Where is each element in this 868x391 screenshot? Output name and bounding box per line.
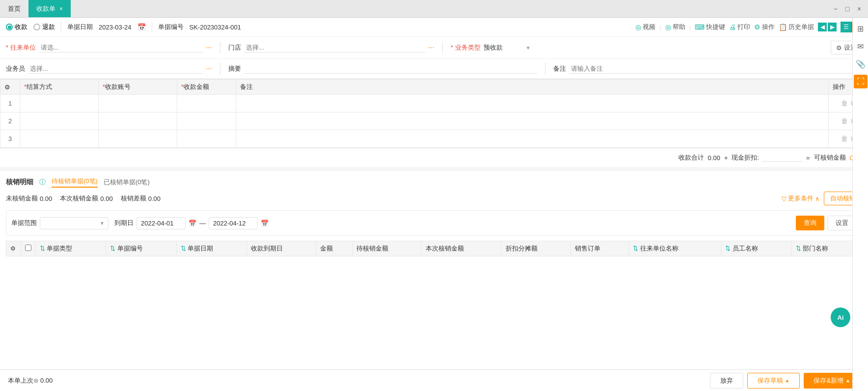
print-btn[interactable]: 🖨 打印: [729, 23, 750, 31]
row-2-remark[interactable]: [236, 112, 829, 130]
minimize-button[interactable]: −: [831, 4, 841, 14]
operation-btn[interactable]: ⚙ 操作: [754, 23, 775, 31]
row-3-amount[interactable]: [177, 130, 236, 148]
done-tab[interactable]: 已核销单据(0笔): [104, 178, 150, 187]
number-value[interactable]: SK-20230324-001: [190, 24, 242, 31]
detail-col-settings[interactable]: ⚙: [6, 241, 21, 256]
row-2-payment[interactable]: [20, 112, 99, 130]
staff-more-icon[interactable]: ···: [206, 64, 212, 73]
current-value: 0.00: [100, 195, 112, 202]
sidebar-clip-icon[interactable]: 📎: [854, 57, 868, 71]
calendar-icon[interactable]: 📅: [137, 23, 146, 31]
detail-col-checkbox[interactable]: [21, 241, 36, 256]
discount-input[interactable]: [763, 154, 802, 162]
select-all-checkbox[interactable]: [25, 245, 31, 251]
row-2-num: 2: [0, 112, 20, 130]
help-btn[interactable]: ◎ 帮助: [665, 23, 685, 31]
sidebar-mail-icon[interactable]: ✉: [854, 39, 868, 53]
remark-input[interactable]: [569, 64, 862, 74]
row-1-remark[interactable]: [236, 95, 829, 112]
col-account-header: *收款账号: [99, 80, 177, 95]
date-value[interactable]: 2023-03-24: [99, 24, 132, 31]
save-new-button[interactable]: 保存&新增 ▲: [804, 373, 860, 389]
row-1-account[interactable]: [99, 95, 177, 112]
fields-row-2: 业务员 ··· 摘要 备注: [0, 59, 868, 79]
save-new-label: 保存&新增: [814, 376, 843, 385]
row-3-payment[interactable]: [20, 130, 99, 148]
writeoff-info-icon[interactable]: ⓘ: [39, 178, 46, 187]
store-more-icon[interactable]: ···: [428, 43, 434, 52]
detail-col-amount: 金额: [316, 241, 352, 256]
row-2-account[interactable]: [99, 112, 177, 130]
detail-col-no: ⇅ 单据编号: [106, 241, 176, 256]
operation-label: 操作: [762, 23, 775, 31]
row-2-delete-icon[interactable]: 🗑: [841, 117, 848, 125]
operation-icon: ⚙: [754, 23, 760, 31]
shortcut-btn[interactable]: ⌨ 快捷键: [695, 23, 725, 31]
discard-button[interactable]: 放弃: [710, 373, 743, 389]
date-from-input[interactable]: [136, 217, 186, 229]
date-to-icon[interactable]: 📅: [261, 220, 269, 227]
biz-type-arrow[interactable]: ▼: [526, 45, 531, 51]
row-1-amount[interactable]: [177, 95, 236, 112]
tab-home[interactable]: 首页: [0, 0, 28, 17]
order-value: 0.00: [40, 377, 53, 384]
writeoff-header: 核销明细 ⓘ 待核销单据(0笔) 已核销单据(0笔): [6, 177, 862, 188]
store-label: 门店: [228, 43, 241, 52]
row-1-delete-icon[interactable]: 🗑: [841, 99, 848, 108]
col-settings-header[interactable]: ⚙: [0, 80, 20, 95]
discount-label: 现金折扣:: [732, 153, 759, 162]
detail-col-type: ⇅ 单据类型: [36, 241, 106, 256]
order-label: 本单上次⊙: [8, 376, 38, 385]
remark-group: 备注: [553, 64, 862, 74]
diff-label: 核销差额: [121, 194, 146, 203]
total-label: 收款合计: [678, 153, 704, 162]
row-1-payment[interactable]: [20, 95, 99, 112]
date-from-icon[interactable]: 📅: [189, 220, 196, 227]
row-3-account[interactable]: [99, 130, 177, 148]
row-3-remark[interactable]: [236, 130, 829, 148]
refund-radio[interactable]: 退款: [33, 23, 55, 31]
available-label: 可核销金额: [814, 153, 846, 162]
maximize-button[interactable]: □: [842, 4, 852, 14]
diff-value: 0.00: [148, 195, 161, 202]
sidebar-table-icon[interactable]: ⊞: [854, 22, 868, 35]
bottom-actions: 放弃 保存草稿 ▲ 保存&新增 ▲: [710, 373, 860, 389]
counterpart-more-icon[interactable]: ···: [206, 43, 212, 52]
video-btn[interactable]: ◎ 视频: [635, 23, 655, 31]
table-row: 1 🗑 ⧉: [0, 95, 868, 112]
due-date-label: 到期日: [114, 219, 134, 227]
receipt-refund-group: 收款 退款: [6, 23, 55, 31]
receipt-radio-dot: [6, 24, 13, 30]
range-select[interactable]: [40, 217, 108, 229]
counterpart-input[interactable]: [39, 43, 203, 53]
tab-current[interactable]: 收款单 ×: [28, 0, 71, 17]
row-3-delete-icon[interactable]: 🗑: [841, 135, 848, 143]
ai-badge[interactable]: Ai: [831, 307, 850, 327]
row-2-amount[interactable]: [177, 112, 236, 130]
next-arrow[interactable]: ▶: [828, 23, 837, 31]
sidebar-screen-icon[interactable]: ⛶: [854, 75, 868, 88]
summary-input[interactable]: [244, 64, 537, 74]
tab-close-icon[interactable]: ×: [59, 5, 63, 12]
pending-tab[interactable]: 待核销单据(0笔): [52, 177, 98, 188]
store-input[interactable]: [244, 43, 425, 53]
bottom-info: 本单上次⊙ 0.00: [8, 376, 53, 385]
detail-col-current: 本次核销金额: [421, 241, 501, 256]
col-payment-label: 结算方式: [27, 83, 52, 90]
biz-type-group: 业务类型 预收款 ▼: [451, 43, 531, 52]
list-view-btn[interactable]: ☰: [841, 22, 851, 32]
close-button[interactable]: ×: [854, 4, 864, 14]
staff-input[interactable]: [28, 64, 203, 74]
query-button[interactable]: 查询: [796, 216, 824, 230]
table-row: 2 🗑 ⧉: [0, 112, 868, 130]
store-group: 门店 ···: [228, 43, 434, 53]
more-conditions-btn[interactable]: ▽ 更多条件 ∧: [782, 194, 820, 203]
prev-arrow[interactable]: ◀: [818, 23, 827, 31]
receipt-radio[interactable]: 收款: [6, 23, 27, 31]
save-draft-button[interactable]: 保存草稿 ▲: [747, 373, 800, 389]
range-label: 单据范围: [11, 219, 37, 227]
counterpart-group: 往来单位 ···: [6, 43, 212, 53]
history-btn[interactable]: 📋 历史单据: [779, 23, 814, 31]
date-to-input[interactable]: [209, 217, 258, 229]
